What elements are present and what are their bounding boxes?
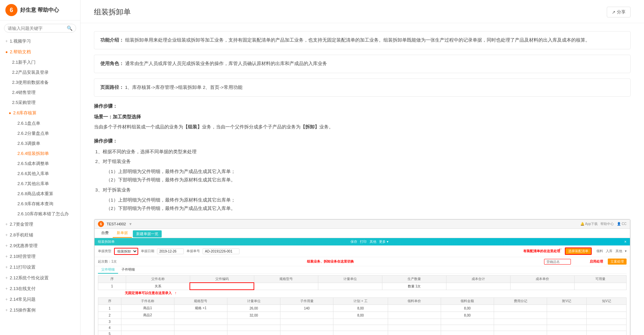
sidebar-item-costadjust[interactable]: 2.6.5成本调整单 xyxy=(0,159,80,169)
sidebar-item-mobile[interactable]: +2.8手机旺铺 xyxy=(0,230,80,240)
sim-form-area: 单据类型 组装拆卸 单据日期 单据单号 有装配清单的在这里处理 选择装配清单 领… xyxy=(95,245,630,266)
function-intro-label: 功能介绍： xyxy=(100,38,124,43)
sim-parent-table: 序 父件名称 父件编码 规格型号 计量单位 生产数量 成本合计 成本单价 可用量 xyxy=(98,275,627,290)
sim-bth-cost: 费用分记 xyxy=(494,298,547,305)
sim-bth-seq: 序 xyxy=(98,298,121,305)
sim-td-code xyxy=(190,283,254,290)
plus-icon: + xyxy=(5,254,8,259)
sidebar-item-purchase[interactable]: 2.5采购管理 xyxy=(0,98,80,108)
sim-bth-amount: 领料金额 xyxy=(441,298,494,305)
search-box[interactable]: 🔍 xyxy=(4,24,76,33)
search-icon[interactable]: 🔍 xyxy=(67,25,72,31)
sidebar-item-newcomer[interactable]: 2.1新手入门 xyxy=(0,57,80,67)
sidebar-item-costreset[interactable]: 2.6.8商品成本重算 xyxy=(0,189,80,199)
sidebar-item-bizmanage[interactable]: +2.10经营管理 xyxy=(0,251,80,262)
plus-icon: + xyxy=(5,39,8,44)
sidebar-item-dataprep[interactable]: 2.3使用前数据准备 xyxy=(0,77,80,88)
sim-tab-newlist[interactable]: 新建单据一览 xyxy=(133,230,162,237)
content-body: 功能介绍： 组装拆卸单用来处理企业组装或拆卸等加工业务，支持有固定装配清单的产品… xyxy=(80,23,644,335)
sidebar-item-coupon[interactable]: +2.9优惠券管理 xyxy=(0,240,80,251)
sim-type-select[interactable]: 组装拆卸 xyxy=(114,248,138,255)
sidebar-nav: + 1.视频学习 ● 2.帮助文档 2.1新手入门 2.2产品安装及登录 2.3… xyxy=(0,36,80,335)
step3-sub1: （1）上部明细为父件明细，最终作为原材料生成其它出库单； xyxy=(106,196,631,205)
sidebar-item-stockbook[interactable]: 2.6.9库存账本查询 xyxy=(0,199,80,209)
sim-qty-label: 起次数：1次 xyxy=(98,259,117,264)
sim-form-title: 组装拆卸单 xyxy=(98,239,115,244)
sim-product-input[interactable] xyxy=(544,259,571,265)
sidebar-item-stockfix[interactable]: 2.6.10库存账本错了怎么办 xyxy=(0,209,80,219)
plus-icon: + xyxy=(5,286,8,291)
sim-execute-btn[interactable]: 立案处理 xyxy=(608,259,627,265)
annotation4-area: 无固定清单可以任意在这里录入 ↑ xyxy=(98,290,627,297)
sim-td-prodqty: 数量 1次 xyxy=(382,283,446,290)
sim-bth-spec: 规格型号 xyxy=(174,298,227,305)
minus-icon: ● xyxy=(5,50,8,54)
sidebar-item-sysconfig[interactable]: +2.12系统个性化设置 xyxy=(0,273,80,283)
sim-tab-self[interactable]: 自费 xyxy=(97,229,113,238)
sidebar-item-finance[interactable]: +2.7资金管理 xyxy=(0,219,80,230)
sidebar-item-install[interactable]: 2.2产品安装及登录 xyxy=(0,67,80,77)
sim-dropdown-icon: ▼ xyxy=(128,222,132,226)
sim-tab-new[interactable]: 新单据 xyxy=(113,229,132,238)
plus-icon: + xyxy=(5,297,8,302)
sim-tab-child[interactable]: 子件明细 xyxy=(118,266,138,274)
share-button[interactable]: ↗ 分享 xyxy=(607,7,631,17)
sidebar-item-inventory[interactable]: ● 2.6库存核算 xyxy=(0,108,80,118)
annotation4-text: 无固定清单可以任意在这里录入 xyxy=(125,291,172,295)
sim-nav-bar: 自费 新单据 新建单据一览 xyxy=(95,229,630,238)
sim-bth-qty: 子件用量 xyxy=(280,298,333,305)
sidebar-item-stockcount[interactable]: 2.6.1盘点单 xyxy=(0,118,80,128)
operation-steps-title: 操作步骤： xyxy=(94,103,631,109)
sim-action-links: 领料 入库 其他 ▾ xyxy=(596,249,627,254)
sim-form-bar: 单据类型 组装拆卸 单据日期 单据单号 有装配清单的在这里处理 选择装配清单 领… xyxy=(95,245,630,257)
sim-th-spec: 规格型号 xyxy=(254,276,318,283)
sim-subtable-section: 父件明细 子件明细 序 父件名称 父件编码 规格型号 计量单位 xyxy=(95,266,630,335)
sidebar-item-assembly[interactable]: 2.6.4组装拆卸单 xyxy=(0,149,80,159)
sidebar-item-cases[interactable]: +2.15操作案例 xyxy=(0,305,80,316)
annotation1-text: 有装配清单的在这里处理 xyxy=(523,249,560,254)
annotation3-text: 启用处理 xyxy=(590,259,603,264)
sim-th-costunit: 成本单价 xyxy=(510,276,574,283)
sidebar-item-instock[interactable]: 2.6.6其他入库单 xyxy=(0,169,80,179)
role-label: 使用角色： xyxy=(100,61,124,66)
sidebar-item-label: 2.6库存核算 xyxy=(13,110,37,116)
plus-icon: + xyxy=(5,308,8,313)
table-row: 2 商品2 32,00 8,00 8,00 xyxy=(98,312,627,319)
sim-bth-v1: 附V记 xyxy=(547,298,587,305)
sim-th-prodqty: 生产数量 xyxy=(382,276,446,283)
sidebar-item-transfer[interactable]: 2.6.3调拨单 xyxy=(0,138,80,149)
scene1-title: 场景一：加工类型选择 xyxy=(94,114,631,120)
sim-no-input[interactable] xyxy=(203,248,239,254)
sidebar: 6 好生意 帮助中心 🔍 + 1.视频学习 ● 2.帮助文档 2.1新手入门 2… xyxy=(0,0,80,335)
page-title: 组装拆卸单 xyxy=(94,7,131,17)
step2-sub1: （1）上部明细为父件明细，最终作为产成品生成其它入库单； xyxy=(106,167,631,176)
sidebar-item-helpdoc[interactable]: ● 2.帮助文档 xyxy=(0,47,80,57)
step2-sub2: （2）下部明细为子件明细，最终作为原材料生成其它出库单。 xyxy=(106,176,631,184)
sidebar-item-sales[interactable]: 2.4销售管理 xyxy=(0,88,80,98)
sidebar-item-outstock[interactable]: 2.6.7其他出库单 xyxy=(0,179,80,189)
share-label: 分享 xyxy=(617,9,626,15)
role-text: 通常由生产人员或库管人员完成拆装业务的操作，库管人员确认原材料的出库和产成品的入… xyxy=(125,61,327,66)
sim-td-seq: 1 xyxy=(98,283,126,290)
arrow4-icon: ↑ xyxy=(175,291,177,295)
sim-bth-unit: 计量单位 xyxy=(227,298,280,305)
sidebar-item-faq[interactable]: +2.14常见问题 xyxy=(0,294,80,305)
sim-close-button[interactable]: × xyxy=(624,239,627,244)
content-header: 组装拆卸单 ↗ 分享 xyxy=(80,0,644,23)
sim-bth-child-name: 子件名称 xyxy=(121,298,174,305)
sidebar-item-splitcount[interactable]: 2.6.2分量盘点单 xyxy=(0,128,80,138)
path-text: 1、库存核算->库存管理->组装拆卸单 2、首页->常用功能 xyxy=(125,85,243,90)
sidebar-item-print[interactable]: +2.11打印设置 xyxy=(0,262,80,273)
sidebar-item-payment[interactable]: +2.13在线支付 xyxy=(0,283,80,294)
sim-td-costunit xyxy=(510,283,574,290)
sim-process-row: 起次数：1次 组装业务、拆卸业务在这里切换 启用处理 立案处理 xyxy=(95,257,630,266)
sim-tab-parent[interactable]: 父件明细 xyxy=(98,266,118,274)
minus-icon-inventory: ● xyxy=(9,111,11,115)
sim-topbar: 6 TEST-H002 ▼ 🔔 App下载 帮助中心 👤 CC xyxy=(95,220,630,229)
sim-bom-btn[interactable]: 选择装配清单 xyxy=(565,247,592,255)
sim-date-input[interactable] xyxy=(157,248,184,254)
sim-no-label: 单据单号 xyxy=(186,249,200,254)
search-input[interactable] xyxy=(8,26,67,31)
sidebar-item-video[interactable]: + 1.视频学习 xyxy=(0,36,80,47)
screenshot-area: 6 TEST-H002 ▼ 🔔 App下载 帮助中心 👤 CC 自费 新单据 新… xyxy=(94,219,631,335)
